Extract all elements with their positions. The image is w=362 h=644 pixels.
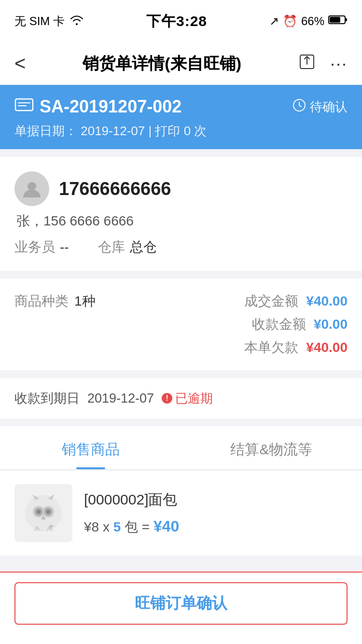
product-type-label: 商品种类 (14, 292, 69, 310)
product-type-value: 1种 (74, 292, 96, 310)
received-value: ¥0.00 (314, 317, 348, 332)
customer-top-row: 17666666666 (14, 171, 348, 206)
customer-card: 17666666666 张，156 6666 6666 业务员 -- 仓库 总仓 (0, 157, 362, 271)
product-type-section: 商品种类 1种 (14, 292, 96, 310)
order-status: 待确认 (292, 98, 348, 115)
summary-card: 商品种类 1种 成交金额 ¥40.00 收款金额 ¥0.00 本单欠款 ¥40.… (0, 279, 362, 370)
status-right: ↗ ⏰ 66% (269, 14, 348, 28)
tab-products[interactable]: 销售商品 (0, 426, 181, 469)
table-row: + [0000002]面包 ¥8 x 5 包 = ¥40 (0, 471, 362, 556)
multiply-sign: x (103, 519, 113, 534)
status-left: 无 SIM 卡 (14, 14, 84, 29)
separator: | (148, 124, 155, 138)
overdue-badge: ! 已逾期 (162, 390, 213, 407)
svg-rect-2 (330, 17, 340, 23)
amount-value: ¥40.00 (306, 294, 348, 309)
share-icon[interactable] (298, 53, 316, 74)
wifi-icon (70, 14, 84, 28)
sales-rep-item: 业务员 -- (14, 238, 69, 256)
due-date-value: 2019-12-07 (87, 391, 154, 406)
amount-section: 成交金额 ¥40.00 收款金额 ¥0.00 本单欠款 ¥40.00 (244, 292, 348, 357)
equals-sign: = (142, 519, 153, 534)
svg-point-6 (28, 182, 36, 191)
status-bar: 无 SIM 卡 下午3:28 ↗ ⏰ 66% (0, 0, 362, 42)
customer-name-phone: 张，156 6666 6666 (14, 212, 348, 230)
carrier-label: 无 SIM 卡 (14, 14, 65, 29)
warehouse-label: 仓库 (98, 238, 125, 256)
due-date-card: 收款到期日 2019-12-07 ! 已逾期 (0, 378, 362, 419)
received-amount-row: 收款金额 ¥0.00 (252, 315, 348, 334)
battery-label: 66% (301, 14, 324, 28)
quantity: 5 (113, 519, 121, 534)
back-button[interactable]: < (14, 53, 26, 74)
print-text: 打印 0 次 (155, 124, 207, 138)
nav-bar: < 销货单详情(来自旺铺) ··· (0, 42, 362, 85)
product-image: + (14, 484, 72, 542)
received-label: 收款金额 (252, 315, 306, 334)
customer-phone: 17666666666 (59, 179, 171, 199)
bottom-bar: 旺铺订单确认 (0, 572, 362, 644)
unit: 包 (125, 519, 138, 534)
tab-settlement-label: 结算&物流等 (230, 441, 312, 457)
total-price: ¥40 (153, 518, 179, 535)
order-id-row: SA-20191207-002 (14, 97, 181, 117)
clock-icon (292, 98, 306, 115)
warehouse-item: 仓库 总仓 (98, 238, 157, 256)
overdue-text: 已逾期 (175, 390, 213, 407)
svg-point-15 (46, 510, 50, 514)
product-name: [0000002]面包 (84, 490, 348, 510)
order-icon (14, 97, 34, 117)
svg-text:+: + (49, 521, 54, 531)
svg-rect-1 (345, 18, 347, 21)
sales-rep-label: 业务员 (14, 238, 55, 256)
amount-label: 成交金额 (244, 292, 298, 310)
more-icon[interactable]: ··· (330, 54, 348, 74)
tab-settlement[interactable]: 结算&物流等 (181, 426, 362, 469)
nav-actions: ··· (298, 53, 348, 74)
order-date-row: 单据日期： 2019-12-07 | 打印 0 次 (14, 123, 348, 140)
due-date-label: 收款到期日 (14, 390, 80, 407)
order-header-banner: SA-20191207-002 待确认 单据日期： 2019-12-07 | 打… (0, 85, 362, 149)
unit-price: ¥8 (84, 519, 99, 534)
tabs-container: 销售商品 结算&物流等 (0, 426, 362, 470)
status-time: 下午3:28 (146, 12, 207, 31)
tab-products-label: 销售商品 (62, 441, 120, 457)
svg-point-14 (37, 510, 41, 514)
battery-icon (328, 14, 348, 28)
order-id-text: SA-20191207-002 (40, 97, 181, 117)
alarm-icon: ⏰ (283, 14, 297, 28)
overdue-warning-icon: ! (162, 393, 172, 404)
confirm-button-label: 旺铺订单确认 (135, 593, 227, 614)
product-list: + [0000002]面包 ¥8 x 5 包 = ¥40 (0, 471, 362, 556)
confirm-order-button[interactable]: 旺铺订单确认 (14, 582, 348, 625)
svg-rect-4 (15, 99, 33, 111)
customer-meta-row: 业务员 -- 仓库 总仓 (14, 238, 348, 256)
product-price: ¥8 x 5 包 = ¥40 (84, 518, 348, 536)
product-info: [0000002]面包 ¥8 x 5 包 = ¥40 (84, 490, 348, 536)
transaction-amount-row: 成交金额 ¥40.00 (244, 292, 348, 310)
banner-top-row: SA-20191207-002 待确认 (14, 97, 348, 117)
owing-amount-row: 本单欠款 ¥40.00 (244, 338, 348, 357)
warehouse-value: 总仓 (130, 238, 157, 256)
order-date: 2019-12-07 (81, 124, 145, 138)
status-text: 待确认 (310, 98, 348, 115)
date-label: 单据日期： (14, 124, 77, 138)
sales-rep-value: -- (60, 239, 69, 255)
page-title: 销货单详情(来自旺铺) (83, 53, 241, 75)
owing-label: 本单欠款 (244, 338, 298, 357)
owing-value: ¥40.00 (306, 340, 348, 355)
avatar (14, 171, 49, 206)
location-icon: ↗ (269, 14, 279, 28)
